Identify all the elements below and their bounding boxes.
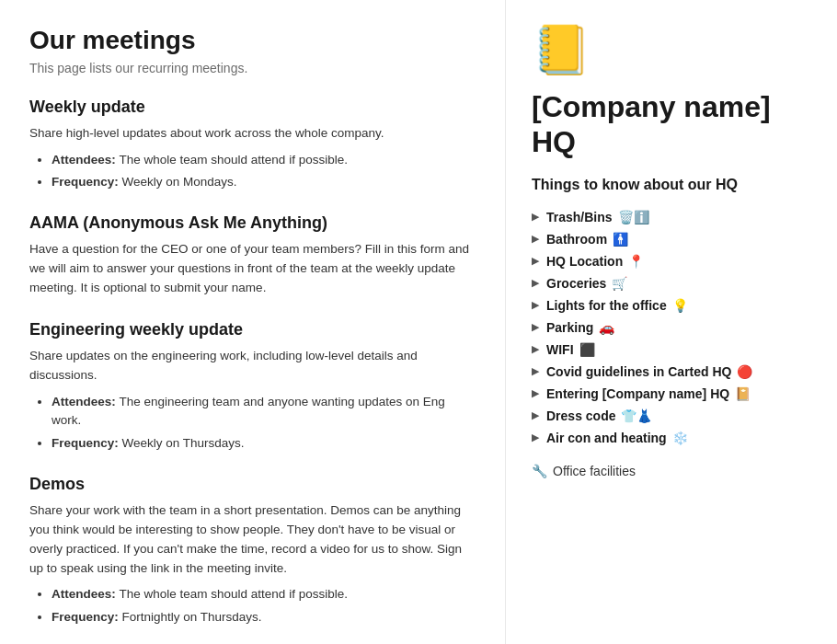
- hq-item-emoji: 💡: [672, 298, 688, 313]
- hq-item-label: Entering [Company name] HQ: [546, 386, 729, 401]
- expand-arrow-icon[interactable]: ▶: [532, 299, 539, 311]
- list-item: Frequency: Weekly on Mondays.: [52, 173, 476, 191]
- hq-item-label: WIFI: [546, 342, 574, 357]
- section-heading: Weekly update: [29, 98, 476, 117]
- hq-section-title: Things to know about our HQ: [532, 177, 811, 193]
- hq-items-list: ▶Trash/Bins 🗑️ℹ️▶Bathroom 🚹▶HQ Location …: [532, 206, 811, 449]
- hq-list-item[interactable]: ▶Covid guidelines in Carted HQ 🔴: [532, 361, 811, 383]
- hq-list-item[interactable]: ▶WIFI ⬛: [532, 339, 811, 361]
- hq-item-emoji: 🚗: [599, 320, 614, 335]
- hq-item-emoji: 📍: [628, 254, 644, 269]
- expand-arrow-icon[interactable]: ▶: [532, 255, 539, 267]
- list-item: Attendees: The whole team should attend …: [52, 585, 476, 604]
- list-item: Frequency: Weekly on Thursdays.: [52, 434, 476, 453]
- section-heading: Engineering weekly update: [29, 320, 476, 339]
- hq-list-item[interactable]: ▶HQ Location 📍: [532, 250, 811, 272]
- sections-container: Weekly updateShare high-level updates ab…: [29, 98, 476, 644]
- expand-arrow-icon[interactable]: ▶: [532, 343, 539, 355]
- section-body: Share high-level updates about work acro…: [29, 124, 476, 144]
- hq-item-label: Bathroom: [546, 232, 607, 247]
- left-panel: Our meetings This page lists our recurri…: [0, 0, 506, 644]
- hq-item-label: Covid guidelines in Carted HQ: [546, 364, 731, 379]
- list-item: Attendees: The engineering team and anyo…: [52, 393, 476, 431]
- hq-item-label: HQ Location: [546, 254, 623, 269]
- expand-arrow-icon[interactable]: ▶: [532, 409, 539, 421]
- bullet-list: Attendees: The engineering team and anyo…: [29, 393, 476, 453]
- office-facilities-label: Office facilities: [553, 464, 636, 478]
- page-subtitle: This page lists our recurring meetings.: [29, 61, 476, 75]
- hq-list-item[interactable]: ▶Trash/Bins 🗑️ℹ️: [532, 206, 811, 228]
- section-body: Have a question for the CEO or one of yo…: [29, 240, 476, 298]
- expand-arrow-icon[interactable]: ▶: [532, 277, 539, 289]
- section-body: Share your work with the team in a short…: [29, 501, 476, 579]
- hq-item-emoji: 👕👗: [621, 408, 652, 423]
- hq-item-label: Dress code: [546, 408, 615, 423]
- expand-arrow-icon[interactable]: ▶: [532, 233, 539, 245]
- company-icon: 📒: [532, 22, 811, 78]
- hq-item-emoji: 🚹: [613, 232, 628, 247]
- hq-list-item[interactable]: ▶Groceries 🛒: [532, 272, 811, 294]
- page-title: Our meetings: [29, 26, 476, 55]
- bullet-list: Attendees: The whole team should attend …: [29, 585, 476, 627]
- hq-list-item[interactable]: ▶Bathroom 🚹: [532, 228, 811, 250]
- expand-arrow-icon[interactable]: ▶: [532, 211, 539, 223]
- section-heading: Demos: [29, 475, 476, 494]
- hq-item-label: Lights for the office: [546, 298, 667, 313]
- hq-list-item[interactable]: ▶Entering [Company name] HQ 📔: [532, 383, 811, 405]
- hq-item-label: Air con and heating: [546, 431, 667, 445]
- hq-item-emoji: 📔: [735, 386, 751, 401]
- section: Weekly updateShare high-level updates ab…: [29, 98, 476, 191]
- expand-arrow-icon[interactable]: ▶: [532, 431, 539, 443]
- hq-item-emoji: 🗑️ℹ️: [618, 210, 649, 224]
- bullet-list: Attendees: The whole team should attend …: [29, 151, 476, 192]
- hq-list-item[interactable]: ▶Dress code 👕👗: [532, 405, 811, 427]
- hq-item-emoji: 🛒: [612, 276, 627, 291]
- section-heading: AAMA (Anonymous Ask Me Anything): [29, 213, 476, 233]
- hq-list-item[interactable]: ▶Air con and heating ❄️: [532, 427, 811, 449]
- section: DemosShare your work with the team in a …: [29, 475, 476, 627]
- hq-item-emoji: ⬛: [579, 342, 595, 357]
- section: AAMA (Anonymous Ask Me Anything)Have a q…: [29, 213, 476, 298]
- list-item: Frequency: Fortnightly on Thursdays.: [52, 608, 476, 627]
- hq-item-label: Trash/Bins: [546, 210, 613, 224]
- hq-item-label: Groceries: [546, 276, 606, 291]
- wrench-icon: 🔧: [532, 464, 547, 478]
- section: Engineering weekly updateShare updates o…: [29, 320, 476, 453]
- expand-arrow-icon[interactable]: ▶: [532, 321, 539, 333]
- company-title: [Company name] HQ: [532, 89, 811, 160]
- office-facilities: 🔧 Office facilities: [532, 464, 811, 478]
- list-item: Attendees: The whole team should attend …: [52, 151, 476, 169]
- section-body: Share updates on the engineering work, i…: [29, 347, 476, 385]
- hq-item-label: Parking: [546, 320, 593, 335]
- expand-arrow-icon[interactable]: ▶: [532, 387, 539, 399]
- hq-list-item[interactable]: ▶Parking 🚗: [532, 316, 811, 339]
- right-panel: 📒 [Company name] HQ Things to know about…: [506, 0, 837, 644]
- hq-item-emoji: 🔴: [737, 364, 752, 379]
- hq-list-item[interactable]: ▶Lights for the office 💡: [532, 294, 811, 316]
- hq-item-emoji: ❄️: [672, 431, 688, 445]
- expand-arrow-icon[interactable]: ▶: [532, 365, 539, 377]
